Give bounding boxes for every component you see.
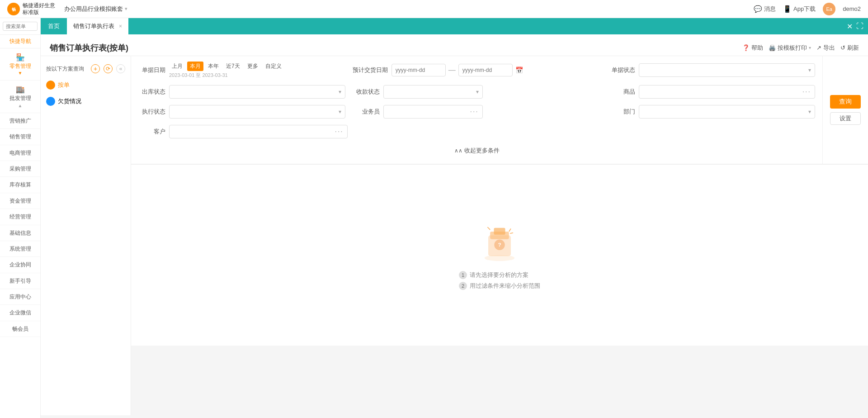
main-layout: 快捷导航 🏪 零售管理 ▼ 🏬 批发管理 ▲ 营销推广 销售管理 电商管理 采购… xyxy=(0,18,868,418)
page-header: 销售订单执行表(按单) ❓ 帮助 🖨️ 按模板打印 ▾ ↗ 导出 xyxy=(41,34,868,56)
collapse-scheme-button[interactable]: « xyxy=(116,64,125,73)
print-button[interactable]: 🖨️ 按模板打印 ▾ xyxy=(769,44,811,52)
preset-last-month[interactable]: 上月 xyxy=(169,62,185,71)
svg-point-2 xyxy=(48,82,53,88)
sidebar-item-finance[interactable]: 资金管理 xyxy=(0,193,40,209)
main-content: 按以下方案查询 + ⟳ « 按单 xyxy=(41,56,868,415)
empty-tip-1: 1 请先选择要分析的方案 xyxy=(459,271,540,279)
sidebar-item-ecommerce[interactable]: 电商管理 xyxy=(0,145,40,161)
outstock-label: 出库状态 xyxy=(138,88,165,96)
filter-left-header: 按以下方案查询 + ⟳ « xyxy=(41,61,131,77)
sidebar-item-enterprise[interactable]: 企业协同 xyxy=(0,257,40,273)
salesperson-more-icon[interactable]: ··· xyxy=(470,108,478,116)
sidebar-nav-item[interactable]: 快捷导航 xyxy=(0,35,40,48)
setting-button[interactable]: 设置 xyxy=(830,112,861,125)
preset-custom[interactable]: 自定义 xyxy=(263,62,284,71)
empty-state: ? 1 请先选择要分析的方案 xyxy=(131,165,868,346)
filter-field-doc-status: 单据状态 ▾ xyxy=(608,63,815,77)
collapse-btn[interactable]: ∧∧ 收起更多条件 xyxy=(138,145,815,158)
empty-tips: 1 请先选择要分析的方案 2 用过滤条件来缩小分析范围 xyxy=(459,271,540,290)
date-picker-area: 上月 本月 本年 近7天 更多 自定义 2023-03-01 至 20 xyxy=(169,62,284,79)
sidebar-item-purchase[interactable]: 采购管理 xyxy=(0,161,40,177)
preset-7-days[interactable]: 近7天 xyxy=(223,62,243,71)
sidebar-item-inventory[interactable]: 库存核算 xyxy=(0,177,40,193)
preset-more[interactable]: 更多 xyxy=(245,62,261,71)
doc-status-label: 单据状态 xyxy=(608,66,635,74)
tab-close-all-icon[interactable]: ✕ xyxy=(847,22,853,31)
payment-select[interactable]: ▾ xyxy=(383,85,483,99)
refresh-icon: ↺ xyxy=(840,44,845,51)
expected-date-to[interactable] xyxy=(458,64,513,76)
svg-point-3 xyxy=(48,99,53,104)
filter-right-actions: 查询 设置 xyxy=(822,56,868,164)
sidebar-item-system[interactable]: 系统管理 xyxy=(0,241,40,257)
filter-row-2: 出库状态 ▾ 收款状态 xyxy=(138,85,815,99)
sidebar-item-wholesale[interactable]: 🏬 批发管理 ▲ xyxy=(0,81,40,113)
department-label: 部门 xyxy=(608,108,635,116)
execute-status-label: 执行状态 xyxy=(138,108,165,116)
svg-rect-7 xyxy=(494,228,505,235)
search-input[interactable] xyxy=(3,22,38,31)
doc-status-select[interactable]: ▾ xyxy=(639,63,815,77)
preset-current-year[interactable]: 本年 xyxy=(205,62,222,71)
refresh-button[interactable]: ↺ 刷新 xyxy=(840,44,859,52)
dept-chevron-icon: ▾ xyxy=(808,109,811,115)
logo-text: 畅捷通好生意 标准版 xyxy=(23,2,55,15)
filter-field-execute-status: 执行状态 ▾ xyxy=(138,105,345,119)
tab-close-button[interactable]: × xyxy=(119,23,122,29)
filter-top-row: 单据日期 上月 本月 本年 近7天 更多 xyxy=(131,56,868,164)
app-download-action[interactable]: 📱 App下载 xyxy=(783,5,816,13)
top-header-center: 办公用品行业模拟账套 ▾ xyxy=(55,5,754,13)
date-label: 单据日期 xyxy=(138,66,165,74)
expected-date-label: 预计交货日期 xyxy=(353,66,388,74)
sidebar-item-base[interactable]: 基础信息 xyxy=(0,225,40,241)
tip-num-2: 2 xyxy=(459,282,467,290)
top-header: 畅 畅捷通好生意 标准版 办公用品行业模拟账套 ▾ 💬 消息 📱 App下载 E… xyxy=(0,0,868,18)
filter-field-date: 单据日期 上月 本月 本年 近7天 更多 xyxy=(138,62,345,79)
execute-status-select[interactable]: ▾ xyxy=(169,105,345,119)
product-label: 商品 xyxy=(608,88,635,96)
query-button[interactable]: 查询 xyxy=(830,95,861,109)
sidebar-item-marketing[interactable]: 营销推广 xyxy=(0,113,40,129)
sidebar-item-guide[interactable]: 新手引导 xyxy=(0,273,40,289)
department-select[interactable]: ▾ xyxy=(639,105,815,119)
sidebar-item-vip[interactable]: 畅会员 xyxy=(0,321,40,337)
sidebar-item-wechat[interactable]: 企业微信 xyxy=(0,305,40,321)
tab-maximize-icon[interactable]: ⛶ xyxy=(856,22,863,30)
sidebar-item-sales[interactable]: 销售管理 xyxy=(0,129,40,145)
filter-scheme-debt[interactable]: 欠货情况 xyxy=(41,93,131,109)
sidebar-item-operations[interactable]: 经营管理 xyxy=(0,209,40,225)
avatar[interactable]: Ea xyxy=(823,3,835,15)
filter-field-department: 部门 ▾ xyxy=(608,105,815,119)
help-button[interactable]: ❓ 帮助 xyxy=(742,44,763,52)
filter-body: 单据日期 上月 本月 本年 近7天 更多 xyxy=(131,56,822,164)
chevron-icon: ▲ xyxy=(18,103,23,108)
product-select[interactable]: ··· xyxy=(639,85,815,99)
tab-sales-execution[interactable]: 销售订单执行表 × xyxy=(67,18,128,34)
sidebar-item-appstore[interactable]: 应用中心 xyxy=(0,289,40,305)
filter-panel: 单据日期 上月 本月 本年 近7天 更多 xyxy=(131,56,868,165)
svg-text:?: ? xyxy=(498,242,501,247)
export-button[interactable]: ↗ 导出 xyxy=(816,44,835,52)
customer-select[interactable]: ··· xyxy=(169,125,348,138)
sidebar-item-retail[interactable]: 🏪 零售管理 ▼ xyxy=(0,48,40,81)
tab-home[interactable]: 首页 xyxy=(41,18,67,34)
product-more-icon[interactable]: ··· xyxy=(802,88,811,96)
preset-current-month[interactable]: 本月 xyxy=(187,62,203,71)
tip-num-1: 1 xyxy=(459,271,467,279)
empty-tip-2: 2 用过滤条件来缩小分析范围 xyxy=(459,282,540,290)
salesperson-select[interactable]: ··· xyxy=(383,105,483,119)
filter-scheme-by-order[interactable]: 按单 xyxy=(41,77,131,93)
customer-more-icon[interactable]: ··· xyxy=(335,128,343,136)
scheme-order-icon xyxy=(46,81,55,90)
company-selector[interactable]: 办公用品行业模拟账套 ▾ xyxy=(64,5,127,13)
message-action[interactable]: 💬 消息 xyxy=(754,5,776,13)
refresh-scheme-button[interactable]: ⟳ xyxy=(104,64,113,73)
table-area: ? 1 请先选择要分析的方案 xyxy=(131,165,868,346)
user-name[interactable]: demo2 xyxy=(843,5,861,12)
expected-date-from[interactable] xyxy=(392,64,446,76)
outstock-select[interactable]: ▾ xyxy=(169,85,345,99)
tab-bar: 首页 销售订单执行表 × ✕ ⛶ xyxy=(41,18,868,34)
add-scheme-button[interactable]: + xyxy=(91,64,100,73)
wholesale-icon: 🏬 xyxy=(16,85,25,94)
